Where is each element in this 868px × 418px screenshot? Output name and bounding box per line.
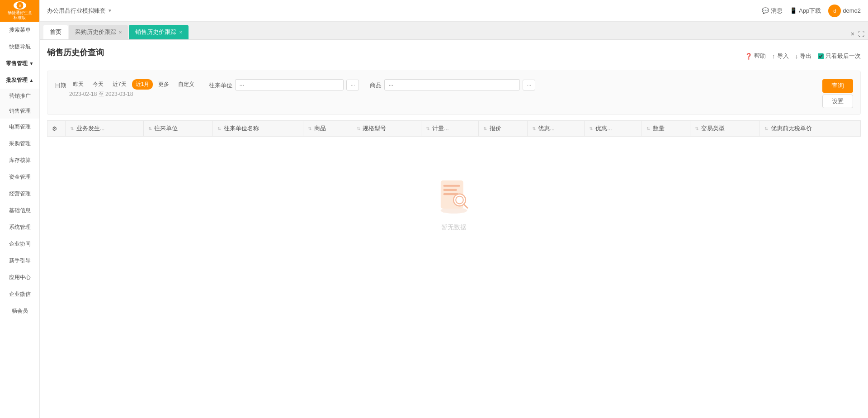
help-label: 帮助 <box>754 52 766 60</box>
sidebar-item-retail-mgmt[interactable]: 零售管理 ▼ <box>0 55 39 72</box>
only-last-checkbox-wrapper[interactable]: 只看最后一次 <box>818 52 861 60</box>
col-partner-code[interactable]: ⇅ 往来单位 <box>143 121 213 137</box>
sidebar-item-label: 基础信息 <box>9 207 31 214</box>
date-option-today[interactable]: 今天 <box>89 79 107 90</box>
import-label: 导入 <box>777 52 789 60</box>
date-option-custom[interactable]: 自定义 <box>175 79 198 90</box>
sidebar-item-label: 采购管理 <box>9 140 31 147</box>
date-option-last1m[interactable]: 近1月 <box>132 79 153 90</box>
goods-input[interactable] <box>384 79 520 90</box>
partner-input[interactable] <box>235 79 344 90</box>
close-all-tabs-button[interactable]: × <box>851 30 854 38</box>
col-discount1[interactable]: ⇅ 优惠... <box>527 121 585 137</box>
col-quote[interactable]: ⇅ 报价 <box>479 121 528 137</box>
import-button[interactable]: ↑ 导入 <box>772 52 789 60</box>
col-discount2-label: 优惠... <box>595 125 612 132</box>
sidebar-item-label: 企业微信 <box>9 290 31 298</box>
col-partner-code-label: 往来单位 <box>154 125 178 132</box>
sidebar-item-purchase-mgmt[interactable]: 采购管理 <box>0 135 39 152</box>
sidebar-item-system[interactable]: 系统管理 <box>0 219 39 236</box>
col-biz-date[interactable]: ⇅ 业务发生... <box>66 121 144 137</box>
avatar: d <box>828 5 841 17</box>
sort-icon: ⇅ <box>70 126 74 131</box>
sidebar-item-label: 销售管理 <box>9 108 31 114</box>
topbar-left: 办公用品行业模拟账套 ▼ <box>47 7 112 15</box>
sidebar-item-member[interactable]: 畅会员 <box>0 303 39 319</box>
sidebar-item-label: 快捷导航 <box>9 43 31 51</box>
col-settings[interactable]: ⚙ <box>47 121 66 137</box>
sidebar-item-sales-mgmt[interactable]: 销售管理 <box>0 104 39 119</box>
tab-purchase-history-label: 采购历史价跟踪 <box>75 28 116 36</box>
sort-icon: ⇅ <box>483 126 487 131</box>
settings-button[interactable]: 设置 <box>822 95 853 108</box>
tab-purchase-history[interactable]: 采购历史价跟踪 × <box>69 25 128 39</box>
sidebar-item-enterprise-wechat[interactable]: 企业微信 <box>0 286 39 303</box>
sidebar-item-basic-info[interactable]: 基础信息 <box>0 202 39 219</box>
sidebar-item-label: 搜索菜单 <box>9 26 31 34</box>
help-button[interactable]: ❓ 帮助 <box>745 52 766 60</box>
maximize-button[interactable]: ⛶ <box>858 30 864 38</box>
col-partner-name-label: 往来单位名称 <box>224 125 259 132</box>
only-last-label: 只看最后一次 <box>826 52 861 60</box>
sidebar-item-search-order[interactable]: 搜索菜单 <box>0 22 39 38</box>
col-quantity-label: 数量 <box>653 125 665 132</box>
user-menu[interactable]: d demo2 <box>828 5 861 17</box>
sidebar-item-app-center[interactable]: 应用中心 <box>0 269 39 286</box>
topbar-right: 💬 消息 📱 App下载 d demo2 <box>762 5 861 17</box>
only-last-checkbox[interactable] <box>818 53 824 59</box>
sidebar-item-inventory[interactable]: 库存核算 <box>0 152 39 169</box>
sidebar-item-operations[interactable]: 经营管理 <box>0 185 39 202</box>
sidebar-item-wholesale-mgmt[interactable]: 批发管理 ▲ <box>0 72 39 89</box>
date-option-last7[interactable]: 近7天 <box>109 79 130 90</box>
date-filter-label: 日期 <box>55 79 66 92</box>
close-tab-sales-history[interactable]: × <box>179 29 182 35</box>
col-goods[interactable]: ⇅ 商品 <box>303 121 352 137</box>
action-buttons: 查询 设置 <box>822 79 853 108</box>
content-area: 销售历史价查询 ❓ 帮助 ↑ 导入 ↓ 导出 只看最后一次 <box>40 40 868 418</box>
sort-icon: ⇅ <box>217 126 221 131</box>
app-download-label: App下载 <box>799 7 821 15</box>
empty-icon <box>431 173 476 218</box>
partner-browse-button[interactable]: ··· <box>346 80 359 90</box>
company-selector[interactable]: 办公用品行业模拟账套 ▼ <box>47 7 112 15</box>
close-tab-purchase-history[interactable]: × <box>119 29 122 35</box>
main-area: 办公用品行业模拟账套 ▼ 💬 消息 📱 App下载 d demo2 首页 <box>40 0 868 418</box>
tab-home[interactable]: 首页 <box>43 25 68 39</box>
dropdown-arrow-icon: ▼ <box>108 8 112 13</box>
message-button[interactable]: 💬 消息 <box>762 7 783 15</box>
sidebar-item-new-guide[interactable]: 新手引导 <box>0 252 39 269</box>
table-header-row: ⚙ ⇅ 业务发生... ⇅ 往来单位 ⇅ 往来单位名称 <box>47 121 861 137</box>
sort-icon: ⇅ <box>148 126 152 131</box>
topbar: 办公用品行业模拟账套 ▼ 💬 消息 📱 App下载 d demo2 <box>40 0 868 22</box>
sort-icon: ⇅ <box>589 126 593 131</box>
col-biz-date-label: 业务发生... <box>76 125 105 132</box>
sidebar-item-ecommerce-mgmt[interactable]: 电商管理 <box>0 119 39 135</box>
col-discount2[interactable]: ⇅ 优惠... <box>585 121 642 137</box>
app-logo: 6 畅捷通好生意 标准版 <box>0 0 39 22</box>
sidebar-item-label: 库存核算 <box>9 157 31 164</box>
help-icon: ❓ <box>745 53 752 60</box>
col-spec[interactable]: ⇅ 规格型号 <box>352 121 421 137</box>
import-icon: ↑ <box>772 53 775 60</box>
date-option-yesterday[interactable]: 昨天 <box>69 79 87 90</box>
app-download-button[interactable]: 📱 App下载 <box>790 7 821 15</box>
sidebar-item-quick-nav[interactable]: 快捷导航 <box>0 38 39 55</box>
sidebar-item-enterprise[interactable]: 企业协同 <box>0 236 39 252</box>
tab-sales-history[interactable]: 销售历史价跟踪 × <box>129 25 188 39</box>
logo-text: 畅捷通好生意 标准版 <box>8 10 32 20</box>
goods-browse-button[interactable]: ··· <box>523 80 535 90</box>
sidebar-item-finance[interactable]: 资金管理 <box>0 169 39 185</box>
goods-input-group: ··· <box>384 79 535 90</box>
col-trade-type[interactable]: ⇅ 交易类型 <box>690 121 760 137</box>
sidebar-item-label: 批发管理 <box>6 76 28 84</box>
col-pre-tax-price[interactable]: ⇅ 优惠前无税单价 <box>760 121 861 137</box>
query-button[interactable]: 查询 <box>822 79 853 93</box>
tabbar-actions: × ⛶ <box>851 30 864 39</box>
col-unit[interactable]: ⇅ 计量... <box>421 121 479 137</box>
col-quantity[interactable]: ⇅ 数量 <box>642 121 690 137</box>
export-label: 导出 <box>800 52 811 60</box>
date-option-more[interactable]: 更多 <box>155 79 173 90</box>
col-partner-name[interactable]: ⇅ 往来单位名称 <box>213 121 303 137</box>
sidebar-item-marketing[interactable]: 营销推广 <box>0 89 39 104</box>
export-button[interactable]: ↓ 导出 <box>795 52 812 60</box>
